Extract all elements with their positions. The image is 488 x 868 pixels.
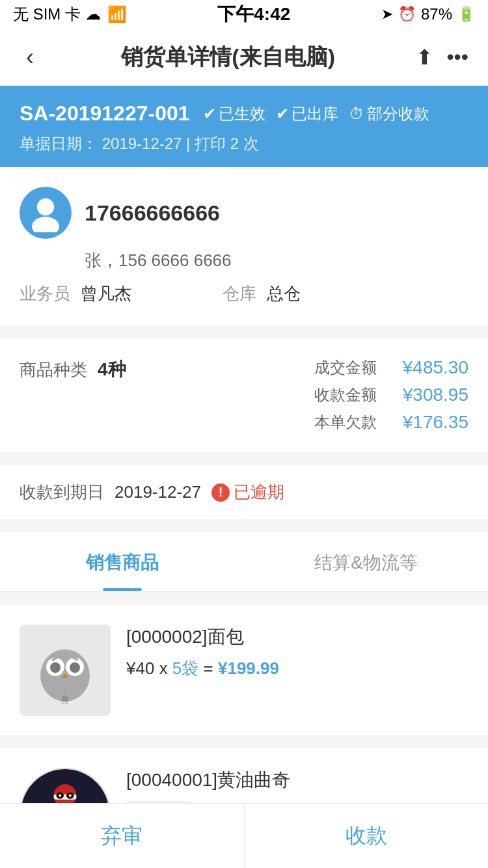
- staff-label: 业务员: [20, 282, 70, 305]
- status-tag-shipped: ✔ 已出库: [276, 103, 338, 124]
- collect-payment-button[interactable]: 收款: [245, 804, 489, 868]
- bread-unit-price: ¥40: [126, 658, 154, 678]
- date-label: 单据日期：: [20, 135, 98, 152]
- bread-multiply: x: [159, 658, 172, 678]
- sim-label: 无 SIM 卡 ☁: [13, 4, 101, 25]
- warehouse-info: 仓库 总仓: [223, 282, 301, 305]
- received-label: 收款金额: [314, 385, 377, 405]
- order-id: SA-20191227-001: [20, 102, 190, 126]
- warehouse-name: 总仓: [267, 282, 301, 305]
- product-thumb-bread: 兽 +: [20, 625, 111, 716]
- more-icon[interactable]: •••: [446, 45, 468, 69]
- product-name-bread: [0000002]面包: [126, 625, 468, 649]
- bottom-bar: 弃审 收款: [0, 803, 488, 868]
- product-name-cookies: [00040001]黄油曲奇: [126, 768, 468, 793]
- staff-name: 曾凡杰: [81, 282, 131, 305]
- order-date: 2019-12-27: [102, 135, 182, 152]
- svg-point-7: [70, 662, 80, 673]
- status-time: 下午4:42: [217, 2, 290, 27]
- check-icon-effective: ✔: [203, 105, 216, 123]
- product-item-bread: 兽 + [0000002]面包 ¥40 x 5袋 = ¥199.99: [0, 605, 488, 735]
- tab-settlement-logistics[interactable]: 结算&物流等: [244, 532, 488, 591]
- stats-section: 商品种类 4种 成交金额 ¥485.30 收款金额 ¥308.95 本单欠款 ¥…: [0, 338, 488, 452]
- print-count: | 打印 2 次: [186, 135, 259, 152]
- status-bar: 无 SIM 卡 ☁ 📶 下午4:42 ➤ ⏰ 87% 🔋: [0, 0, 488, 29]
- nav-actions: ⬆ •••: [416, 45, 468, 70]
- received-amount-row: 收款金额 ¥308.95: [314, 385, 468, 405]
- customer-section: 17666666666 张，156 6666 6666 业务员 曾凡杰 仓库 总…: [0, 167, 488, 325]
- customer-phone: 17666666666: [85, 200, 220, 226]
- svg-point-6: [50, 662, 61, 673]
- product-info-bread: [0000002]面包 ¥40 x 5袋 = ¥199.99: [126, 625, 468, 680]
- reject-button[interactable]: 弃审: [0, 804, 245, 868]
- transaction-amount-row: 成交金额 ¥485.30: [314, 357, 468, 378]
- customer-info-row: 业务员 曾凡杰 仓库 总仓: [20, 282, 468, 305]
- order-header-banner: SA-20191227-001 ✔ 已生效 ✔ 已出库 ⏱ 部分收款 单据日期：…: [0, 86, 488, 167]
- amount-stats: 成交金额 ¥485.30 收款金额 ¥308.95 本单欠款 ¥176.35: [314, 357, 468, 433]
- alarm-icon: ⏰: [398, 6, 416, 23]
- location-icon: ➤: [381, 6, 393, 23]
- svg-text:+: +: [63, 688, 67, 696]
- owed-label: 本单欠款: [314, 412, 377, 433]
- order-date-line: 单据日期： 2019-12-27 | 打印 2 次: [20, 133, 468, 154]
- product-type-info: 商品种类 4种: [20, 357, 126, 382]
- transaction-label: 成交金额: [314, 357, 377, 378]
- owed-amount: ¥176.35: [403, 412, 468, 433]
- tabs-section: 销售商品 结算&物流等: [0, 532, 488, 592]
- status-tags: ✔ 已生效 ✔ 已出库 ⏱ 部分收款: [203, 103, 429, 124]
- overdue-dot-icon: !: [211, 483, 230, 502]
- back-button[interactable]: ‹: [20, 37, 40, 77]
- bread-qty: 5袋: [172, 658, 198, 678]
- customer-avatar: [20, 187, 72, 239]
- transaction-amount: ¥485.30: [403, 357, 468, 378]
- tab-sales-products[interactable]: 销售商品: [0, 532, 244, 591]
- status-left: 无 SIM 卡 ☁ 📶: [13, 4, 127, 25]
- bread-equals: =: [204, 658, 218, 678]
- page-title: 销货单详情(来自电脑): [121, 42, 335, 72]
- svg-point-1: [32, 217, 59, 232]
- bread-total: ¥199.99: [218, 658, 279, 678]
- warehouse-label: 仓库: [223, 282, 256, 305]
- due-label: 收款到期日: [20, 481, 104, 504]
- share-icon[interactable]: ⬆: [416, 45, 433, 70]
- battery-label: 87%: [421, 5, 452, 23]
- status-right: ➤ ⏰ 87% 🔋: [381, 5, 475, 23]
- product-type-label: 商品种类: [20, 359, 87, 381]
- svg-point-17: [59, 794, 61, 797]
- due-date-section: 收款到期日 2019-12-27 ! 已逾期: [0, 465, 488, 519]
- status-tag-effective: ✔ 已生效: [203, 103, 265, 124]
- product-price-bread: ¥40 x 5袋 = ¥199.99: [126, 657, 468, 680]
- customer-name-phone: 张，156 6666 6666: [20, 249, 468, 272]
- nav-bar: ‹ 销货单详情(来自电脑) ⬆ •••: [0, 29, 488, 86]
- overdue-badge: ! 已逾期: [211, 481, 284, 504]
- received-amount: ¥308.95: [403, 385, 468, 405]
- due-date-value: 2019-12-27: [115, 482, 201, 502]
- svg-point-0: [37, 198, 54, 215]
- clock-icon-partial: ⏱: [349, 105, 364, 123]
- battery-icon: 🔋: [457, 6, 475, 23]
- wifi-icon: 📶: [107, 5, 127, 23]
- svg-point-18: [69, 794, 72, 797]
- owed-amount-row: 本单欠款 ¥176.35: [314, 412, 468, 433]
- product-type-value: 4种: [98, 357, 126, 382]
- staff-info: 业务员 曾凡杰: [20, 282, 131, 305]
- overdue-text: 已逾期: [234, 481, 284, 504]
- status-tag-partial: ⏱ 部分收款: [349, 103, 429, 124]
- check-icon-shipped: ✔: [276, 105, 289, 123]
